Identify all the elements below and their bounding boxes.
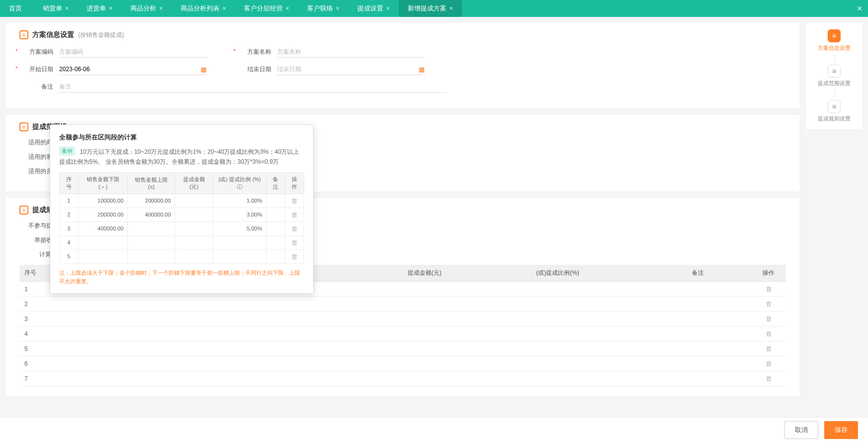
table-row: 3400000.005.00%🗑 — [60, 221, 304, 235]
panel-icon: ≡ — [19, 30, 28, 39]
delete-icon[interactable]: 🗑 — [291, 239, 298, 246]
delete-icon[interactable]: 🗑 — [765, 285, 772, 293]
table-row[interactable]: 7🗑 — [19, 371, 786, 386]
col-remark: 备注 — [687, 265, 751, 282]
step-label: 提成范围设置 — [818, 80, 851, 87]
tab-product-analysis[interactable]: 商品分析× — [121, 0, 172, 17]
panel-icon: ≡ — [19, 206, 28, 215]
tab-sales-order[interactable]: 销货单× — [34, 0, 78, 17]
step-icon: ≡ — [828, 29, 841, 42]
table-row: 5🗑 — [60, 249, 304, 263]
label-plan-code: 方案编码 — [19, 48, 53, 56]
tooltip-title: 全额参与所在区间段的计算 — [59, 133, 304, 142]
table-row: 4🗑 — [60, 235, 304, 249]
table-row[interactable]: 2🗑 — [19, 297, 786, 312]
calc-rule-tooltip: 全额参与所在区间段的计算 案例 10万元以下无提成；10~20万元提成比例为1%… — [50, 124, 314, 294]
table-row[interactable]: 6🗑 — [19, 356, 786, 371]
table-row[interactable]: 5🗑 — [19, 341, 786, 356]
step-icon: ≡ — [828, 65, 841, 78]
tab-customer-contact[interactable]: 客户联络× — [298, 0, 348, 17]
panel-plan-info: ≡ 方案信息设置 (按销售金额提成) 方案编码 方案名称 开始日期 — [5, 22, 800, 109]
tab-product-analysis-list[interactable]: 商品分析列表× — [172, 0, 235, 17]
tab-commission-settings[interactable]: 提成设置× — [348, 0, 399, 17]
tab-bar: 首页 销货单× 进货单× 商品分析× 商品分析列表× 客户分层经营× 客户联络×… — [0, 0, 868, 17]
side-step-scope[interactable]: ≡ 提成范围设置 — [818, 65, 851, 87]
delete-icon[interactable]: 🗑 — [765, 360, 772, 367]
tab-customer-tier[interactable]: 客户分层经营× — [235, 0, 298, 17]
table-row: 1100000.00200000.001.00%🗑 — [60, 194, 304, 208]
input-remark[interactable] — [58, 81, 446, 93]
close-icon[interactable]: × — [109, 5, 112, 12]
input-start-date[interactable] — [58, 64, 208, 75]
label-end-date: 结束日期 — [237, 65, 271, 74]
calendar-icon[interactable]: ▦ — [419, 66, 425, 73]
delete-icon[interactable]: 🗑 — [291, 253, 298, 260]
side-nav: ≡ 方案信息设置 ≡ 提成范围设置 ≡ 提成规则设置 — [805, 22, 863, 130]
step-icon: ≡ — [828, 100, 841, 113]
tooltip-note: 注：上限必须大于下限；多个阶梯时，下一个阶梯下限要等于前一阶梯上限；不同行之间下… — [59, 269, 304, 286]
delete-icon[interactable]: 🗑 — [765, 300, 772, 308]
close-icon[interactable]: × — [65, 5, 69, 12]
table-row[interactable]: 4🗑 — [19, 327, 786, 341]
tab-new-commission-plan[interactable]: 新增提成方案× — [399, 0, 462, 17]
step-connector — [834, 55, 835, 62]
close-icon[interactable]: × — [159, 5, 163, 12]
step-label: 提成规则设置 — [818, 115, 851, 122]
col-amount: 提成金额(元) — [403, 265, 531, 282]
table-row[interactable]: 3🗑 — [19, 312, 786, 327]
example-table: 序号 销售金额下限 (＞) 销售金额上限 (≤) 提成金额 (元) (或) 提成… — [59, 172, 304, 264]
close-icon[interactable]: × — [286, 5, 289, 12]
delete-icon[interactable]: 🗑 — [765, 345, 772, 352]
close-icon[interactable]: × — [386, 5, 390, 12]
delete-icon[interactable]: 🗑 — [765, 315, 772, 323]
example-text: 10万元以下无提成；10~20万元提成比例为1%；20~40万提成比例为3%；4… — [59, 148, 299, 165]
side-step-rules[interactable]: ≡ 提成规则设置 — [818, 100, 851, 122]
example-tag: 案例 — [59, 147, 75, 155]
input-plan-name[interactable] — [276, 46, 426, 58]
step-connector — [834, 90, 835, 97]
step-label: 方案信息设置 — [818, 44, 851, 52]
input-end-date[interactable] — [276, 64, 426, 75]
delete-icon[interactable]: 🗑 — [765, 330, 772, 337]
col-op: 操作 — [751, 265, 786, 282]
panel-subtitle: (按销售金额提成) — [78, 31, 124, 39]
tab-purchase-order[interactable]: 进货单× — [78, 0, 121, 17]
panel-title: 方案信息设置 — [32, 30, 74, 39]
tabbar-close-icon[interactable]: × — [851, 0, 868, 17]
panel-icon: ≡ — [19, 122, 28, 131]
close-icon[interactable]: × — [449, 5, 453, 12]
label-plan-name: 方案名称 — [237, 48, 271, 56]
close-icon[interactable]: × — [222, 5, 226, 12]
col-ratio: (或)提成比例(%) — [531, 265, 687, 282]
close-icon[interactable]: × — [336, 5, 339, 12]
label-start-date: 开始日期 — [19, 65, 53, 74]
table-row: 2200000.00400000.003.00%🗑 — [60, 208, 304, 221]
side-step-plan-info[interactable]: ≡ 方案信息设置 — [818, 29, 851, 52]
label-remark: 备注 — [19, 83, 53, 91]
calendar-icon[interactable]: ▦ — [201, 66, 207, 73]
delete-icon[interactable]: 🗑 — [765, 375, 772, 382]
tab-home[interactable]: 首页 — [0, 0, 34, 17]
delete-icon[interactable]: 🗑 — [291, 197, 298, 205]
input-plan-code[interactable] — [58, 46, 208, 58]
delete-icon[interactable]: 🗑 — [291, 225, 298, 232]
delete-icon[interactable]: 🗑 — [291, 211, 298, 219]
